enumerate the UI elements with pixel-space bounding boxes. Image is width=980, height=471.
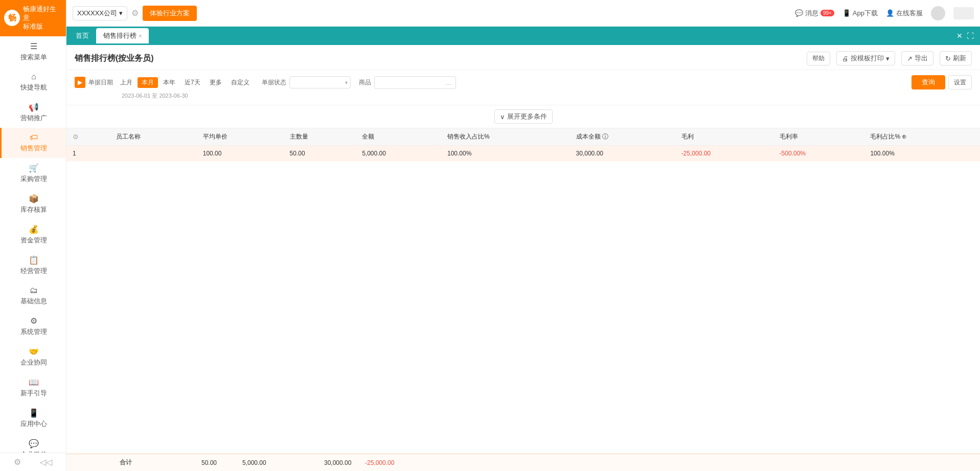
sidebar-item-management[interactable]: 📋 经营管理 xyxy=(0,250,66,281)
query-button[interactable]: 查询 xyxy=(911,75,945,89)
date-tab-more[interactable]: 更多 xyxy=(206,77,226,88)
settings-icon[interactable]: ⚙ xyxy=(131,8,139,18)
table-row: 1 100.00 50.00 5,000.00 100.00% 30,000.0… xyxy=(66,146,980,162)
goods-input-wrap[interactable]: ... xyxy=(374,76,456,89)
content-header: 销售排行榜(按业务员) 帮助 🖨 按模板打印 ▾ ↗ 导出 ↻ 刷新 xyxy=(66,45,980,70)
date-tab-7days[interactable]: 近7天 xyxy=(180,77,204,88)
sidebar-item-label: 营销推广 xyxy=(20,114,47,123)
goods-more-icon: ... xyxy=(446,79,451,86)
cell-main-qty: 50.00 xyxy=(284,146,356,162)
cell-cost-amount: 30,000.00 xyxy=(570,146,675,162)
expand-conditions-button[interactable]: ∨ 展开更多条件 xyxy=(494,109,553,124)
col-avg-price: 平均单价 xyxy=(197,128,284,146)
data-table: ⚙ 员工名称 平均单价 主数量 全额 销售收入占比% 成本全额 ⓘ 毛利 毛利率… xyxy=(66,128,980,162)
tab-close-icon[interactable]: × xyxy=(139,33,142,39)
sidebar-item-marketing[interactable]: 📢 营销推广 xyxy=(0,97,66,128)
sidebar-bottom: ⚙ ◁◁ xyxy=(0,453,66,471)
logo-text: 畅康通好生意 标准版 xyxy=(23,5,62,31)
message-icon: 💬 xyxy=(795,9,803,17)
collapse-icon[interactable]: ◁◁ xyxy=(40,457,52,467)
status-select[interactable] xyxy=(289,76,351,88)
industry-button[interactable]: 体验行业方案 xyxy=(143,6,197,21)
date-range-text: 2023-06-01 至 2023-06-30 xyxy=(122,93,188,99)
date-range-display: 2023-06-01 至 2023-06-30 xyxy=(120,92,972,100)
tab-home[interactable]: 首页 xyxy=(69,28,96,43)
company-name: XXXXXX公司 xyxy=(77,9,117,18)
date-tab-this-month[interactable]: 本月 xyxy=(138,77,158,88)
management-icon: 📋 xyxy=(29,255,39,265)
sidebar-item-guide[interactable]: 📖 新手引导 xyxy=(0,372,66,403)
print-dropdown-icon: ▾ xyxy=(886,55,890,62)
sidebar-nav: ☰ 搜索菜单 ⌂ 快捷导航 📢 营销推广 🏷 销售管理 🛒 采购管理 📦 库存核… xyxy=(0,36,66,453)
col-cost-amount: 成本全额 ⓘ xyxy=(570,128,675,146)
settings-bottom-icon[interactable]: ⚙ xyxy=(14,457,21,467)
filter-expand-arrow[interactable]: ▶ xyxy=(75,77,85,88)
tab-bar-expand-icon[interactable]: ⛶ xyxy=(967,32,974,40)
purchase-icon: 🛒 xyxy=(29,163,39,173)
col-profit-rate: 毛利率 xyxy=(773,128,864,146)
filter-group-goods: 商品 ... xyxy=(359,76,456,89)
sidebar-item-label: 新手引导 xyxy=(20,389,47,398)
refresh-icon: ↻ xyxy=(945,55,951,62)
sidebar-item-basic[interactable]: 🗂 基础信息 xyxy=(0,281,66,311)
tab-sales-ranking[interactable]: 销售排行榜 × xyxy=(96,28,149,43)
help-button[interactable]: 帮助 xyxy=(807,52,830,65)
sidebar-item-sales[interactable]: 🏷 销售管理 xyxy=(0,128,66,158)
goods-filter-label: 商品 xyxy=(359,78,371,87)
col-gear-icon[interactable]: ⚙ xyxy=(73,133,79,141)
sidebar-item-system[interactable]: ⚙ 系统管理 xyxy=(0,311,66,342)
table-wrap: ⚙ 员工名称 平均单价 主数量 全额 销售收入占比% 成本全额 ⓘ 毛利 毛利率… xyxy=(66,128,980,454)
sidebar-item-label: 销售管理 xyxy=(20,144,47,153)
sidebar-item-shortcut[interactable]: ⌂ 快捷导航 xyxy=(0,67,66,97)
phone-icon: 📱 xyxy=(842,9,851,17)
sales-icon: 🏷 xyxy=(30,133,38,142)
tab-bar-close-icon[interactable]: ✕ xyxy=(956,32,963,40)
sidebar-item-purchase[interactable]: 🛒 采购管理 xyxy=(0,158,66,189)
cell-rank: 1 xyxy=(66,146,110,162)
avatar[interactable] xyxy=(931,6,945,20)
sidebar-item-inventory[interactable]: 📦 库存核算 xyxy=(0,189,66,219)
cell-profit: -25,000.00 xyxy=(675,146,773,162)
sidebar-item-apps[interactable]: 📱 应用中心 xyxy=(0,403,66,434)
sidebar-item-label: 搜索菜单 xyxy=(20,53,47,62)
expand-down-icon: ∨ xyxy=(500,113,505,121)
sidebar-item-label: 基础信息 xyxy=(20,297,47,306)
sidebar-item-label: 采购管理 xyxy=(20,174,47,184)
sidebar-logo: 畅 畅康通好生意 标准版 xyxy=(0,0,66,36)
logo-icon: 畅 xyxy=(4,10,20,26)
top-header: XXXXXX公司 ▾ ⚙ 体验行业方案 💬 消息 99+ 📱 App下载 👤 在… xyxy=(66,0,980,27)
company-selector[interactable]: XXXXXX公司 ▾ xyxy=(73,6,127,20)
col-main-qty: 主数量 xyxy=(284,128,356,146)
date-tab-custom[interactable]: 自定义 xyxy=(227,77,254,88)
sidebar-item-label: 企业协同 xyxy=(20,358,47,367)
refresh-button[interactable]: ↻ 刷新 xyxy=(940,51,972,65)
date-tab-this-year[interactable]: 本年 xyxy=(159,77,179,88)
settings-button[interactable]: 设置 xyxy=(948,75,972,89)
system-icon: ⚙ xyxy=(30,316,37,326)
sidebar-item-search[interactable]: ☰ 搜索菜单 xyxy=(0,36,66,67)
sidebar-item-label: 系统管理 xyxy=(20,327,47,337)
sidebar-item-label: 快捷导航 xyxy=(20,83,47,92)
footer-profit: -25,000.00 xyxy=(359,459,400,466)
print-button[interactable]: 🖨 按模板打印 ▾ xyxy=(836,51,895,65)
filter-row-1: ▶ 单据日期 上月 本月 本年 近7天 更多 自定义 单据状态 xyxy=(75,75,972,89)
tab-active-label: 销售排行榜 xyxy=(103,31,136,40)
status-select-wrap xyxy=(289,76,351,88)
sidebar-item-wechat[interactable]: 💬 企业微信 xyxy=(0,434,66,453)
message-item[interactable]: 💬 消息 99+ xyxy=(795,9,834,18)
sidebar-item-enterprise[interactable]: 🤝 企业协同 xyxy=(0,342,66,372)
app-download-item[interactable]: 📱 App下载 xyxy=(842,9,878,18)
table-header-row: ⚙ 员工名称 平均单价 主数量 全额 销售收入占比% 成本全额 ⓘ 毛利 毛利率… xyxy=(66,128,980,146)
col-profit-pct: 毛利占比% ⊕ xyxy=(864,128,980,146)
col-profit: 毛利 xyxy=(675,128,773,146)
dropdown-icon: ▾ xyxy=(119,9,123,17)
content-actions: 帮助 🖨 按模板打印 ▾ ↗ 导出 ↻ 刷新 xyxy=(807,51,972,65)
date-tab-last-month[interactable]: 上月 xyxy=(116,77,136,88)
online-service-item[interactable]: 👤 在线客服 xyxy=(886,9,923,18)
sidebar-item-finance[interactable]: 💰 资金管理 xyxy=(0,219,66,250)
footer-cost-amount: 30,000.00 xyxy=(318,459,359,466)
cell-sales-pct: 100.00% xyxy=(441,146,570,162)
export-button[interactable]: ↗ 导出 xyxy=(901,51,933,65)
date-filter-label: 单据日期 xyxy=(88,78,113,87)
wechat-icon: 💬 xyxy=(29,439,39,448)
